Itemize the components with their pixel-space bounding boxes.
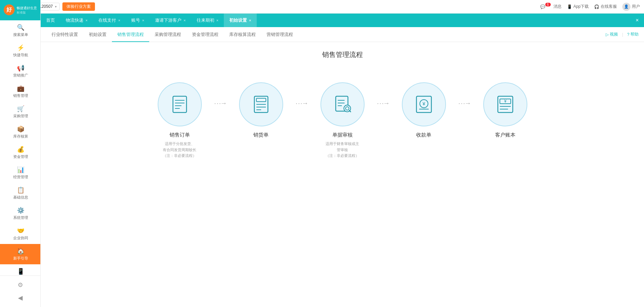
nav-tab-close-icon[interactable]: × bbox=[249, 18, 251, 22]
svg-rect-6 bbox=[256, 98, 266, 102]
logo-title: 畅捷通好生意 bbox=[17, 6, 37, 11]
nav-tab-首页[interactable]: 首页 bbox=[41, 14, 60, 27]
sidebar-icon: 🛒 bbox=[17, 105, 24, 112]
flow-circle-receipt[interactable]: ¥ bbox=[402, 82, 446, 126]
sidebar-item-快捷导航[interactable]: ⚡ 快捷导航 bbox=[0, 41, 40, 61]
nav-tab-close-icon[interactable]: × bbox=[183, 18, 186, 22]
collapse-button[interactable]: ◀ bbox=[0, 291, 40, 304]
trial-button[interactable]: 体验行业方案 bbox=[62, 2, 95, 11]
sub-tab-资金管理流程[interactable]: 资金管理流程 bbox=[187, 27, 224, 42]
nav-tab-close-icon[interactable]: × bbox=[118, 18, 120, 22]
sidebar-item-label: 经营管理 bbox=[13, 175, 28, 180]
flow-node-sales-invoice: 销货单 bbox=[231, 82, 292, 141]
nav-tab-label: 往来期初 bbox=[197, 17, 214, 23]
flow-label-account: 客户账本 bbox=[495, 132, 515, 138]
global-close-button[interactable]: × bbox=[630, 14, 644, 27]
sub-tab-actions: ▷ 视频 | ? 帮助 bbox=[606, 32, 639, 37]
sidebar-item-搜索菜单[interactable]: 🔍 搜索菜单 bbox=[0, 20, 40, 41]
app-label: App下载 bbox=[573, 4, 589, 9]
sidebar: 好 畅捷通好生意 标准版 🔍 搜索菜单⚡ 快捷导航📢 营销推广💼 销售管理🛒 采… bbox=[0, 0, 41, 307]
video-label: 视频 bbox=[610, 32, 618, 37]
nav-tab-初始设置[interactable]: 初始设置 × bbox=[224, 14, 256, 27]
flow-circle-sales-invoice[interactable] bbox=[239, 82, 283, 126]
help-label: 帮助 bbox=[630, 32, 639, 37]
flow-arrow-1: · · ·→ bbox=[292, 82, 312, 107]
app-download-group[interactable]: 📱 App下载 bbox=[567, 4, 589, 9]
message-icon: 💬 bbox=[540, 4, 545, 9]
top-bar-left: 用户690企业1660120507 ▾ 体验行业方案 bbox=[4, 2, 540, 11]
sidebar-icon: 💰 bbox=[17, 146, 24, 153]
sidebar-icon: 📱 bbox=[17, 268, 24, 275]
nav-tab-邀请下游客户[interactable]: 邀请下游客户 × bbox=[150, 14, 191, 27]
flow-label-receipt: 收款单 bbox=[416, 132, 431, 138]
flow-circle-sales-order[interactable] bbox=[158, 82, 202, 126]
sidebar-item-经营管理[interactable]: 📊 经营管理 bbox=[0, 163, 40, 183]
sidebar-icon: 🤝 bbox=[17, 227, 24, 234]
nav-tab-账号[interactable]: 账号 × bbox=[126, 14, 150, 27]
sidebar-icon: ⚡ bbox=[17, 44, 24, 52]
flow-desc-sales-order: 适用于分批发货、有合同发货周期较长（注：非必要流程） bbox=[163, 141, 196, 159]
flow-label-sales-invoice: 销货单 bbox=[253, 132, 269, 138]
sidebar-logo: 好 畅捷通好生意 标准版 bbox=[0, 0, 40, 20]
flow-node-receipt: ¥ 收款单 bbox=[393, 82, 454, 141]
flow-node-sales-order: 销售订单 适用于分批发货、有合同发货周期较长（注：非必要流程） bbox=[149, 82, 210, 159]
sub-tabs: 行业特性设置初始设置销售管理流程采购管理流程资金管理流程库存核算流程营销管理流程… bbox=[41, 27, 644, 42]
sidebar-item-label: 采购管理 bbox=[13, 114, 28, 119]
flow-node-account: ¥ 客户账本 bbox=[475, 82, 536, 141]
sidebar-item-基础信息[interactable]: 📋 基础信息 bbox=[0, 183, 40, 203]
service-group[interactable]: 🎧 在线客服 bbox=[594, 4, 617, 9]
flow-node-audit: 单据审核 适用于财务审核或主管审核（注：非必要流程） bbox=[312, 82, 373, 159]
sidebar-item-应用中心[interactable]: 📱 应用中心 bbox=[0, 264, 40, 275]
nav-tab-close-icon[interactable]: × bbox=[85, 18, 87, 22]
avatar: 👤 bbox=[622, 3, 630, 11]
sidebar-icon: 📦 bbox=[17, 125, 24, 133]
settings-button[interactable]: ⚙ bbox=[0, 279, 40, 291]
help-link[interactable]: ? 帮助 bbox=[627, 32, 639, 37]
sidebar-item-采购管理[interactable]: 🛒 采购管理 bbox=[0, 102, 40, 122]
user-group[interactable]: 👤 用户 bbox=[622, 3, 640, 11]
sidebar-item-企业协同[interactable]: 🤝 企业协同 bbox=[0, 224, 40, 244]
top-bar: 用户690企业1660120507 ▾ 体验行业方案 💬 6 消息 📱 App下… bbox=[0, 0, 644, 14]
sidebar-nav: 🔍 搜索菜单⚡ 快捷导航📢 营销推广💼 销售管理🛒 采购管理📦 库存核算💰 资金… bbox=[0, 20, 40, 275]
sub-tab-行业特性设置[interactable]: 行业特性设置 bbox=[46, 27, 83, 42]
message-group[interactable]: 💬 6 消息 bbox=[540, 4, 562, 9]
chevron-down-icon: ▾ bbox=[55, 5, 57, 8]
nav-tab-close-icon[interactable]: × bbox=[216, 18, 218, 22]
flow-arrow-3: · · ·→ bbox=[454, 82, 475, 107]
sidebar-item-资金管理[interactable]: 💰 资金管理 bbox=[0, 142, 40, 163]
sidebar-item-销售管理[interactable]: 💼 销售管理 bbox=[0, 81, 40, 102]
help-icon: ? bbox=[627, 32, 629, 37]
sidebar-item-label: 快捷导航 bbox=[13, 53, 28, 58]
sidebar-icon: 💼 bbox=[17, 85, 24, 92]
sidebar-icon: ⚙️ bbox=[17, 207, 24, 214]
sidebar-item-新手引导[interactable]: 🏠 新手引导 bbox=[0, 244, 40, 264]
video-link[interactable]: ▷ 视频 bbox=[606, 32, 618, 37]
sidebar-item-系统管理[interactable]: ⚙️ 系统管理 bbox=[0, 203, 40, 224]
sub-tab-销售管理流程[interactable]: 销售管理流程 bbox=[112, 27, 149, 42]
sidebar-item-label: 搜索菜单 bbox=[13, 32, 28, 37]
flow-arrow-2: · · ·→ bbox=[373, 82, 393, 107]
svg-line-13 bbox=[349, 110, 351, 112]
sidebar-item-营销推广[interactable]: 📢 营销推广 bbox=[0, 61, 40, 81]
sub-tab-采购管理流程[interactable]: 采购管理流程 bbox=[149, 27, 187, 42]
sidebar-item-label: 库存核算 bbox=[13, 134, 28, 139]
logo-text-group: 畅捷通好生意 标准版 bbox=[17, 6, 37, 15]
service-label: 在线客服 bbox=[601, 4, 617, 9]
nav-tab-label: 邀请下游客户 bbox=[155, 17, 181, 23]
nav-tab-close-icon[interactable]: × bbox=[142, 18, 144, 22]
flow-label-audit: 单据审核 bbox=[332, 132, 353, 138]
app-icon: 📱 bbox=[567, 4, 572, 9]
nav-tab-往来期初[interactable]: 往来期初 × bbox=[191, 14, 224, 27]
sidebar-item-label: 销售管理 bbox=[13, 93, 28, 98]
nav-tab-物流快递[interactable]: 物流快递 × bbox=[60, 14, 93, 27]
nav-tab-在线支付[interactable]: 在线支付 × bbox=[93, 14, 125, 27]
sidebar-item-库存核算[interactable]: 📦 库存核算 bbox=[0, 122, 40, 142]
flow-circle-audit[interactable] bbox=[320, 82, 365, 126]
video-icon: ▷ bbox=[606, 32, 609, 37]
sub-tab-营销管理流程[interactable]: 营销管理流程 bbox=[261, 27, 298, 42]
flow-circle-account[interactable]: ¥ bbox=[483, 82, 527, 126]
nav-tab-label: 初始设置 bbox=[229, 17, 247, 23]
sub-tab-库存核算流程[interactable]: 库存核算流程 bbox=[224, 27, 261, 42]
sub-tab-初始设置[interactable]: 初始设置 bbox=[83, 27, 112, 42]
message-badge: 6 bbox=[545, 3, 551, 6]
